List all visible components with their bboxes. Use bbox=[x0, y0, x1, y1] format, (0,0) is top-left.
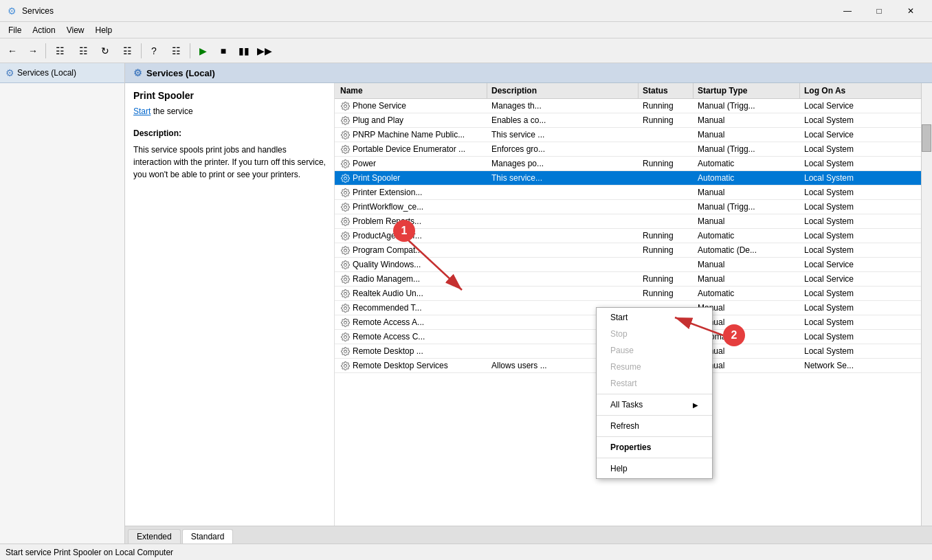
service-logon-cell: Local System bbox=[800, 113, 889, 127]
service-status-cell bbox=[639, 186, 694, 199]
pause-service-button[interactable]: ▮▮ bbox=[234, 41, 254, 60]
up-button[interactable]: ☷ bbox=[72, 41, 94, 60]
col-status[interactable]: Status bbox=[639, 83, 694, 98]
context-menu-separator bbox=[597, 394, 712, 394]
service-status-cell: Running bbox=[639, 99, 694, 113]
service-desc-cell bbox=[487, 243, 639, 257]
table-row[interactable]: Printer Extension...ManualLocal System bbox=[335, 186, 921, 200]
context-menu-item: Stop bbox=[597, 326, 712, 342]
service-name: Problem Reports... bbox=[353, 216, 421, 226]
service-name: Printer Extension... bbox=[353, 188, 422, 197]
context-menu-item[interactable]: Refresh bbox=[597, 418, 712, 434]
back-button[interactable]: ← bbox=[3, 41, 22, 60]
service-name: Radio Managem... bbox=[353, 274, 420, 284]
minimize-button[interactable]: — bbox=[832, 0, 863, 22]
context-menu-item: Pause bbox=[597, 342, 712, 359]
properties-button[interactable]: ☷ bbox=[165, 41, 187, 60]
export-button[interactable]: ☷ bbox=[116, 41, 138, 60]
service-name-cell: Program Compat... bbox=[336, 243, 487, 257]
service-desc-cell bbox=[487, 258, 639, 271]
start-suffix: the service bbox=[151, 107, 192, 116]
service-status-cell: Running bbox=[639, 229, 694, 243]
table-header: Name Description Status Startup Type Log… bbox=[335, 83, 921, 99]
service-status-cell bbox=[639, 142, 694, 156]
table-row[interactable]: Print SpoolerThis service...AutomaticLoc… bbox=[335, 171, 921, 186]
service-name: Phone Service bbox=[353, 101, 406, 111]
service-name: ProductAgentSer... bbox=[353, 231, 422, 240]
gear-icon bbox=[340, 289, 350, 298]
help-button[interactable]: ? bbox=[144, 41, 164, 60]
service-desc-cell: This service... bbox=[487, 171, 639, 185]
tab-extended[interactable]: Extended bbox=[128, 529, 181, 544]
col-name[interactable]: Name bbox=[336, 83, 487, 98]
refresh-button[interactable]: ↻ bbox=[96, 41, 115, 60]
context-menu-item[interactable]: All Tasks▶ bbox=[597, 396, 712, 413]
context-menu-item[interactable]: Properties bbox=[597, 439, 712, 456]
service-desc-cell bbox=[487, 186, 639, 199]
context-menu-separator bbox=[597, 415, 712, 416]
scrollbar[interactable] bbox=[921, 83, 932, 526]
context-menu-item[interactable]: Start bbox=[597, 309, 712, 326]
table-row[interactable]: Phone ServiceManages th...RunningManual … bbox=[335, 99, 921, 113]
service-startup-cell: Manual bbox=[694, 128, 800, 142]
resume-service-button[interactable]: ▶▶ bbox=[255, 41, 274, 60]
stop-service-button[interactable]: ■ bbox=[214, 41, 233, 60]
table-row[interactable]: PrintWorkflow_ce...Manual (Trigg...Local… bbox=[335, 200, 921, 214]
table-row[interactable]: Quality Windows...ManualLocal Service bbox=[335, 258, 921, 272]
tab-standard[interactable]: Standard bbox=[182, 529, 234, 544]
service-name: Plug and Play bbox=[353, 115, 403, 125]
forward-button[interactable]: → bbox=[23, 41, 43, 60]
service-logon-cell: Local System bbox=[800, 142, 889, 156]
table-row[interactable]: Plug and PlayEnables a co...RunningManua… bbox=[335, 113, 921, 128]
start-service-button[interactable]: ▶ bbox=[193, 41, 212, 60]
gear-icon bbox=[340, 274, 350, 284]
service-name-cell: Remote Access C... bbox=[336, 330, 487, 344]
table-row[interactable]: ProductAgentSer...RunningAutomaticLocal … bbox=[335, 229, 921, 243]
col-startup[interactable]: Startup Type bbox=[694, 83, 800, 98]
gear-icon bbox=[340, 361, 350, 370]
menu-help[interactable]: Help bbox=[90, 24, 118, 36]
services-header-label: Services (Local) bbox=[146, 68, 215, 78]
table-row[interactable]: Realtek Audio Un...RunningAutomaticLocal… bbox=[335, 287, 921, 301]
services-panel: ⚙ Services (Local) Print Spooler Start t… bbox=[125, 63, 932, 544]
service-name-cell: Remote Access A... bbox=[336, 315, 487, 329]
table-row[interactable]: Radio Managem...RunningManualLocal Servi… bbox=[335, 272, 921, 287]
toolbar: ← → ☷ ☷ ↻ ☷ ? ☷ ▶ ■ ▮▮ ▶▶ bbox=[0, 38, 932, 63]
title-text: Services bbox=[22, 6, 832, 16]
service-name: Remote Access C... bbox=[353, 332, 425, 341]
desc-title: Description: bbox=[133, 127, 326, 139]
table-row[interactable]: PNRP Machine Name Public...This service … bbox=[335, 128, 921, 142]
menu-file[interactable]: File bbox=[3, 24, 27, 36]
service-name-cell: Quality Windows... bbox=[336, 258, 487, 271]
service-desc-cell: Enables a co... bbox=[487, 113, 639, 127]
service-logon-cell: Local System bbox=[800, 315, 889, 329]
service-name-cell: Remote Desktop Services bbox=[336, 359, 487, 372]
service-name-cell: Printer Extension... bbox=[336, 186, 487, 199]
start-link[interactable]: Start bbox=[133, 107, 151, 116]
gear-icon bbox=[340, 346, 350, 356]
table-row[interactable]: PowerManages po...RunningAutomaticLocal … bbox=[335, 157, 921, 171]
context-menu-item[interactable]: Help bbox=[597, 460, 712, 477]
menu-view[interactable]: View bbox=[61, 24, 90, 36]
service-logon-cell: Local Service bbox=[800, 128, 889, 142]
desc-text: This service spools print jobs and handl… bbox=[133, 144, 326, 181]
table-row[interactable]: Portable Device Enumerator ...Enforces g… bbox=[335, 142, 921, 157]
console-root-button[interactable]: ☷ bbox=[49, 41, 71, 60]
sidebar-icon: ⚙ bbox=[5, 67, 14, 78]
service-name-cell: PrintWorkflow_ce... bbox=[336, 200, 487, 214]
service-startup-cell: Manual (Trigg... bbox=[694, 142, 800, 156]
table-row[interactable]: Program Compat...RunningAutomatic (De...… bbox=[335, 243, 921, 258]
table-row[interactable]: Problem Reports...ManualLocal System bbox=[335, 214, 921, 229]
context-menu: StartStopPauseResumeRestartAll Tasks▶Ref… bbox=[596, 307, 713, 479]
service-desc-cell bbox=[487, 287, 639, 300]
service-startup-cell: Manual bbox=[694, 258, 800, 271]
col-logon[interactable]: Log On As bbox=[800, 83, 889, 98]
maximize-button[interactable]: □ bbox=[863, 0, 895, 22]
col-description[interactable]: Description bbox=[487, 83, 639, 98]
close-button[interactable]: ✕ bbox=[895, 0, 927, 22]
sidebar-header[interactable]: ⚙ Services (Local) bbox=[0, 63, 124, 83]
service-startup-cell: Automatic bbox=[694, 229, 800, 243]
menu-action[interactable]: Action bbox=[27, 24, 60, 36]
context-menu-item: Restart bbox=[597, 375, 712, 392]
service-desc-cell bbox=[487, 229, 639, 243]
